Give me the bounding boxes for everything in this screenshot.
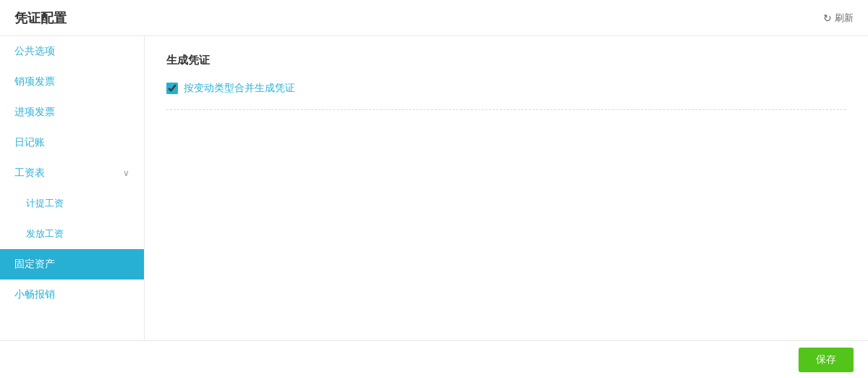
sidebar: 公共选项销项发票进项发票日记账工资表∨计提工资发放工资固定资产小畅报销 — [0, 36, 145, 340]
chevron-down-icon: ∨ — [123, 168, 129, 178]
refresh-icon: ↻ — [823, 12, 832, 24]
refresh-button[interactable]: ↻ 刷新 — [823, 12, 854, 25]
sidebar-item-label: 发放工资 — [26, 227, 64, 240]
sidebar-item-sales-invoice[interactable]: 销项发票 — [0, 67, 144, 97]
checkbox-row: 按变动类型合并生成凭证 — [166, 82, 846, 95]
sidebar-item-public[interactable]: 公共选项 — [0, 36, 144, 67]
sidebar-item-payroll-table[interactable]: 工资表∨ — [0, 158, 144, 188]
footer: 保存 — [0, 340, 868, 378]
sidebar-item-purchase-invoice[interactable]: 进项发票 — [0, 97, 144, 127]
sidebar-item-fixed-assets[interactable]: 固定资产 — [0, 249, 144, 280]
merge-by-type-checkbox[interactable] — [166, 83, 178, 94]
sidebar-item-journal[interactable]: 日记账 — [0, 127, 144, 158]
sidebar-item-label: 工资表 — [14, 167, 45, 180]
main-content: 公共选项销项发票进项发票日记账工资表∨计提工资发放工资固定资产小畅报销 生成凭证… — [0, 36, 868, 340]
sidebar-item-expense-claim[interactable]: 小畅报销 — [0, 280, 144, 310]
sidebar-item-label: 计提工资 — [26, 197, 64, 210]
section-divider — [166, 109, 846, 110]
save-button[interactable]: 保存 — [799, 348, 854, 372]
sidebar-item-label: 日记账 — [14, 136, 45, 149]
refresh-label: 刷新 — [835, 12, 854, 25]
sidebar-item-label: 进项发票 — [14, 106, 55, 119]
sidebar-item-label: 小畅报销 — [14, 288, 55, 301]
header: 凭证配置 ↻ 刷新 — [0, 0, 868, 36]
sidebar-item-label: 销项发票 — [14, 75, 55, 88]
sidebar-item-payroll-accrual[interactable]: 计提工资 — [0, 188, 144, 219]
page-wrapper: 凭证配置 ↻ 刷新 公共选项销项发票进项发票日记账工资表∨计提工资发放工资固定资… — [0, 0, 868, 378]
page-title: 凭证配置 — [14, 9, 67, 27]
section-title: 生成凭证 — [166, 54, 846, 67]
merge-by-type-label[interactable]: 按变动类型合并生成凭证 — [184, 82, 295, 95]
sidebar-item-payroll-issue[interactable]: 发放工资 — [0, 219, 144, 249]
sidebar-item-label: 固定资产 — [14, 258, 55, 271]
sidebar-item-label: 公共选项 — [14, 45, 55, 58]
content-area: 生成凭证 按变动类型合并生成凭证 — [145, 36, 868, 340]
